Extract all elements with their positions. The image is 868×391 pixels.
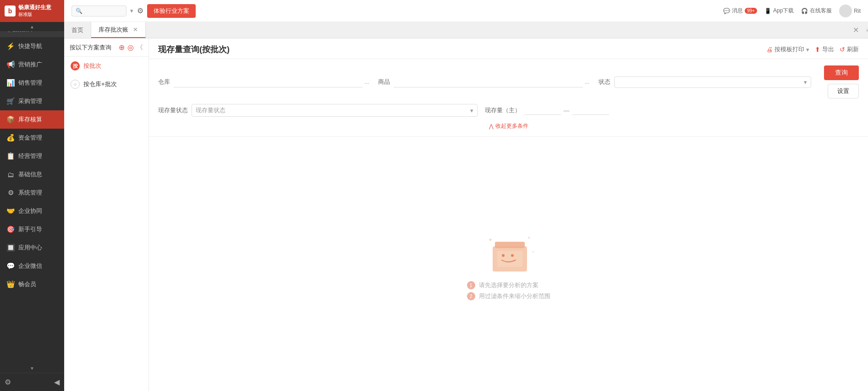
nav-label-enterprise: 企业协同 — [18, 207, 42, 215]
page-close-btn[interactable]: ✕ — [847, 26, 864, 34]
warehouse-more-btn[interactable]: ... — [363, 79, 371, 85]
add-scheme-icon[interactable]: ⊕ — [119, 43, 125, 52]
online-service-item[interactable]: 🎧 在线客服 — [801, 7, 832, 15]
empty-hints: 1 请先选择要分析的方案 2 用过滤条件来缩小分析范围 — [467, 281, 550, 300]
filter-action-btns: 查询 设置 — [819, 65, 859, 98]
sidebar-item-base[interactable]: 🗂 基础信息 — [0, 165, 64, 184]
filter-row-1: 仓库 ... 商品 ... 状态 ▾ — [158, 65, 859, 98]
tab-batch-account-label: 库存批次账 — [99, 26, 128, 34]
sidebar-item-marketing[interactable]: 📢 营销推广 — [0, 55, 64, 74]
topbar-search-box[interactable]: 🔍 — [71, 5, 126, 16]
scheme-item-by-warehouse-batch[interactable]: ○ 按仓库+批次 — [64, 75, 148, 93]
experience-btn[interactable]: 体验行业方案 — [147, 4, 196, 18]
quantity-from-input[interactable] — [524, 106, 561, 115]
topbar-gear-icon[interactable]: ⚙ — [137, 6, 143, 15]
tab-more-icon[interactable]: › — [866, 27, 868, 33]
nav-label-newbie: 新手引导 — [18, 225, 42, 234]
hint-num-1: 1 — [467, 281, 475, 289]
nav-icon-member: 👑 — [6, 280, 15, 288]
svg-point-3 — [502, 254, 505, 257]
nav-label-wechat: 企业微信 — [18, 262, 42, 270]
topbar-left: 🔍 ▾ ⚙ 体验行业方案 — [71, 4, 719, 18]
phone-icon: 📱 — [764, 8, 771, 14]
online-service-label: 在线客服 — [810, 7, 832, 15]
export-action[interactable]: ⬆ 导出 — [815, 45, 834, 54]
filter-row-2: 现存量状态 现存量状态 ▾ 现存量（主） — — [158, 104, 804, 117]
messages-item[interactable]: 💬 消息 99+ — [723, 7, 757, 15]
scheme-label-by-warehouse-batch: 按仓库+批次 — [83, 80, 117, 88]
scheme-item-by-batch[interactable]: 按 按批次 — [64, 57, 148, 75]
goods-input[interactable] — [394, 76, 582, 87]
sidebar-item-apps[interactable]: 🔲 应用中心 — [0, 239, 64, 257]
inventory-status-filter: 现存量状态 现存量状态 ▾ — [158, 104, 478, 117]
scroll-down-btn[interactable]: ▼ — [0, 364, 64, 373]
tab-close-icon[interactable]: ✕ — [133, 26, 138, 33]
nav-icon-finance: 💰 — [6, 134, 15, 142]
goods-more-btn[interactable]: ... — [583, 79, 591, 85]
topbar-chevron-icon[interactable]: ▾ — [130, 7, 133, 14]
sidebar-item-finance[interactable]: 💰 资金管理 — [0, 129, 64, 147]
topbar-search-icon: 🔍 — [76, 8, 82, 14]
quantity-to-input[interactable] — [572, 106, 609, 115]
hint-num-2: 2 — [467, 292, 475, 300]
app-download-item[interactable]: 📱 App下载 — [764, 7, 794, 15]
panel-header-actions: ⊕ ◎ 《 — [119, 43, 143, 52]
app-logo: b — [5, 5, 16, 16]
nav-icon-apps: 🔲 — [6, 244, 15, 252]
collapse-row: ⋀ 收起更多条件 — [158, 122, 859, 130]
inventory-status-dropdown-icon: ▾ — [470, 107, 473, 114]
headset-icon: 🎧 — [801, 8, 808, 14]
tabbar: 首页 库存批次账 ✕ ✕ › — [64, 22, 868, 38]
version-badge: 标准版 — [18, 11, 51, 18]
inventory-status-select[interactable]: 现存量状态 ▾ — [192, 104, 478, 117]
print-label: 按模板打印 — [775, 45, 804, 54]
sidebar-item-business[interactable]: 📋 经营管理 — [0, 147, 64, 165]
svg-text:✦: ✦ — [532, 250, 535, 254]
svg-point-4 — [511, 254, 514, 257]
collapse-conditions-btn[interactable]: ⋀ 收起更多条件 — [489, 122, 528, 130]
sidebar-item-quick-nav[interactable]: ⚡ 快捷导航 — [0, 37, 64, 55]
svg-rect-2 — [497, 251, 522, 267]
tab-home[interactable]: 首页 — [64, 22, 91, 38]
scroll-up-btn[interactable]: ▲ — [0, 22, 64, 31]
messages-label: 消息 — [732, 7, 743, 15]
goods-label: 商品 — [378, 78, 390, 86]
warehouse-input[interactable] — [174, 76, 363, 87]
sidebar-item-sales[interactable]: 📊 销售管理 — [0, 74, 64, 92]
sidebar-item-system[interactable]: ⚙ 系统管理 — [0, 184, 64, 202]
refresh-action[interactable]: ↺ 刷新 — [840, 45, 859, 54]
nav-icon-inventory: 📦 — [6, 115, 15, 124]
nav-label-sales: 销售管理 — [18, 79, 42, 87]
sidebar-item-inventory[interactable]: 📦 库存核算 — [0, 110, 64, 129]
username-label: Rit — [854, 8, 861, 14]
sidebar-item-enterprise[interactable]: 🤝 企业协同 — [0, 202, 64, 220]
sidebar-footer: ⚙ ◀ — [0, 373, 64, 391]
tab-home-label: 首页 — [71, 26, 83, 34]
nav-label-system: 系统管理 — [18, 189, 42, 197]
settings-icon[interactable]: ⚙ — [5, 378, 11, 386]
sidebar-nav: ⚡ 快捷导航 📢 营销推广 📊 销售管理 🛒 采购管理 📦 库存核算 💰 资金管… — [0, 37, 64, 373]
sidebar-item-wechat[interactable]: 💬 企业微信 — [0, 257, 64, 275]
nav-label-business: 经营管理 — [18, 152, 42, 160]
quantity-range: — — [524, 106, 804, 115]
print-chevron-icon[interactable]: ▾ — [806, 46, 809, 53]
hint-item-1: 1 请先选择要分析的方案 — [467, 281, 550, 289]
empty-svg: ✦ ✦ ✦ — [486, 228, 541, 274]
user-avatar-item[interactable]: Rit — [839, 5, 861, 17]
tab-batch-account[interactable]: 库存批次账 ✕ — [91, 22, 146, 38]
filter-area: 仓库 ... 商品 ... 状态 ▾ — [149, 59, 868, 137]
collapse-sidebar-icon[interactable]: ◀ — [54, 378, 60, 386]
sidebar-item-newbie[interactable]: 🎯 新手引导 — [0, 220, 64, 239]
message-icon: 💬 — [723, 8, 730, 14]
query-btn[interactable]: 查询 — [824, 65, 859, 80]
sidebar-item-member[interactable]: 👑 畅会员 — [0, 275, 64, 293]
sidebar-item-purchase[interactable]: 🛒 采购管理 — [0, 92, 64, 110]
page-actions: 🖨 按模板打印 ▾ ⬆ 导出 ↺ 刷新 — [766, 45, 859, 54]
collapse-panel-icon[interactable]: 《 — [137, 43, 143, 52]
status-select[interactable]: ▾ — [614, 76, 811, 88]
settings-scheme-icon[interactable]: ◎ — [127, 43, 134, 52]
topbar-right: 💬 消息 99+ 📱 App下载 🎧 在线客服 Rit — [723, 5, 861, 17]
settings-btn[interactable]: 设置 — [828, 84, 859, 98]
print-template-action[interactable]: 🖨 按模板打印 ▾ — [766, 45, 809, 54]
nav-icon-base: 🗂 — [6, 170, 15, 179]
